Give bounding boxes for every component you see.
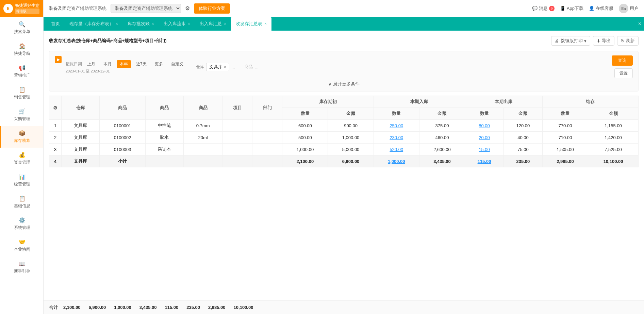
close-all-tabs-button[interactable]: × (638, 21, 641, 27)
expand-more-button[interactable]: ∨ 展开更多条件 (55, 81, 633, 87)
row1-out-amt: 120.00 (503, 120, 542, 132)
date-btn-7days[interactable]: 近7天 (133, 60, 150, 68)
sidebar-item-label-search: 搜索菜单 (14, 29, 30, 35)
app-download-button[interactable]: 📱 App下载 (560, 5, 583, 12)
sidebar-item-quick-nav[interactable]: 🏠 快捷导航 (0, 39, 43, 61)
system-selector[interactable]: 装备及固定资产辅助管理系统 (111, 4, 181, 13)
date-btn-last-month[interactable]: 上月 (84, 60, 98, 68)
row2-project (222, 132, 252, 144)
warehouse-tag-close[interactable]: × (224, 64, 227, 69)
table-row: 2 文具库 0100002 胶水 20ml 500.00 1,000.00 23… (49, 132, 639, 144)
sidebar-item-search[interactable]: 🔍 搜索菜单 (0, 17, 43, 39)
sidebar-item-label-enterprise: 企业协同 (14, 247, 30, 252)
row3-in-qty[interactable]: 520.00 (374, 144, 419, 155)
date-btn-this-month[interactable]: 本月 (100, 60, 115, 68)
user-button[interactable]: Ea 用户 (619, 4, 639, 13)
logo-text: 畅捷通好生意 (15, 3, 39, 9)
trial-button[interactable]: 体验行业方案 (194, 3, 230, 14)
row3-out-qty[interactable]: 15.00 (465, 144, 504, 155)
sales-icon: 📋 (19, 86, 26, 93)
date-range-display: 2023-01-01 至 2023-12-31 (66, 69, 186, 74)
sidebar-item-label-guide: 新手引导 (14, 268, 30, 274)
warehouse-filter-ellipsis[interactable]: ... (231, 64, 235, 69)
goods-filter-ellipsis[interactable]: ... (255, 64, 259, 69)
settings-col-header: ⚙ (49, 96, 62, 120)
row1-dept (252, 120, 282, 132)
row1-goods-spec: 0.7mm (184, 120, 222, 132)
row2-out-qty[interactable]: 20.00 (465, 132, 504, 144)
topbar-right: 💬 消息 6 📱 App下载 👤 在线客服 Ea 用户 (532, 4, 639, 13)
setting-button[interactable]: 设置 (614, 68, 633, 78)
subtotal-empty2 (184, 155, 222, 167)
sidebar-item-purchase[interactable]: 🛒 采购管理 (0, 104, 43, 126)
query-button[interactable]: 查询 (612, 55, 633, 66)
tab-home[interactable]: 首页 (46, 17, 65, 31)
subtotal-out-qty-link[interactable]: 115.00 (478, 159, 491, 164)
row1-out-qty[interactable]: 80.00 (465, 120, 504, 132)
row2-out-qty-link[interactable]: 20.00 (479, 135, 490, 140)
row2-bal-amt: 1,420.00 (588, 132, 639, 144)
th-in-group: 本期入库 (374, 96, 465, 108)
sidebar-item-finance[interactable]: 💰 资金管理 (0, 148, 43, 169)
th-project: 项目 (222, 96, 252, 120)
guide-icon: 📖 (19, 261, 26, 267)
logo-icon: 6 (3, 4, 13, 13)
sidebar-item-marketing[interactable]: 📢 营销推广 (0, 61, 43, 82)
export-button[interactable]: ⬇ 导出 (593, 36, 614, 46)
sidebar-item-enterprise[interactable]: 🤝 企业协同 (0, 235, 43, 257)
row3-out-qty-link[interactable]: 15.00 (479, 147, 490, 152)
tab-flow-close[interactable]: × (188, 21, 190, 26)
date-btn-custom[interactable]: 自定义 (168, 60, 186, 68)
th-dept: 部门 (252, 96, 282, 120)
subtotal-empty1 (145, 155, 183, 167)
total-values: 2,100.00 6,900.00 1,000.00 3,435.00 115.… (63, 305, 639, 310)
tab-batch[interactable]: 库存批次账 × (123, 17, 159, 31)
message-button[interactable]: 💬 消息 6 (532, 5, 555, 12)
tab-summary-in-out-close[interactable]: × (224, 21, 226, 26)
sidebar-item-operations[interactable]: 📊 经营管理 (0, 169, 43, 191)
tab-summary-in-out-label: 出入库汇总 (200, 21, 222, 27)
refresh-button[interactable]: ↻ 刷新 (617, 36, 639, 46)
subtotal-in-qty-link[interactable]: 1,000.00 (388, 159, 405, 164)
row2-warehouse: 文具库 (62, 132, 100, 144)
filter-toggle-arrow[interactable]: ▶ (55, 56, 62, 63)
column-settings-icon[interactable]: ⚙ (53, 105, 57, 111)
sidebar-item-inventory[interactable]: 📦 库存核算 (0, 126, 43, 148)
tab-flow[interactable]: 出入库流水 × (159, 17, 195, 31)
subtotal-in-qty[interactable]: 1,000.00 (374, 155, 419, 167)
tab-inventory-dist-label: 现存量（库存分布表） (69, 21, 114, 27)
row1-out-qty-link[interactable]: 80.00 (479, 123, 490, 128)
tab-batch-close[interactable]: × (152, 21, 154, 26)
row1-bal-qty: 770.00 (542, 120, 588, 132)
sidebar-item-label-purchase: 采购管理 (14, 116, 30, 122)
sidebar: 6 畅捷通好生意 标准版 🔍 搜索菜单 🏠 快捷导航 📢 营销推广 📋 销售管理… (0, 0, 44, 314)
tab-inventory-dist-close[interactable]: × (116, 21, 118, 26)
sidebar-item-guide[interactable]: 📖 新手引导 (0, 257, 43, 278)
tab-receipt-summary[interactable]: 收发存汇总表 × (231, 17, 271, 31)
row1-in-qty[interactable]: 250.00 (374, 120, 419, 132)
sidebar-item-basic[interactable]: 📋 基础信息 (0, 191, 43, 213)
row2-in-qty[interactable]: 230.00 (374, 132, 419, 144)
sidebar-item-sales[interactable]: 📋 销售管理 (0, 82, 43, 104)
tab-home-label: 首页 (51, 21, 60, 27)
subtotal-out-qty[interactable]: 115.00 (465, 155, 504, 167)
sidebar-menu: 🔍 搜索菜单 🏠 快捷导航 📢 营销推广 📋 销售管理 🛒 采购管理 📦 库存核… (0, 17, 43, 314)
row2-no: 2 (49, 132, 62, 144)
tab-inventory-dist[interactable]: 现存量（库存分布表） × (65, 17, 123, 31)
row3-no: 3 (49, 144, 62, 155)
print-button[interactable]: 🖨 拨镇版打印 ▾ (551, 36, 590, 46)
row3-in-qty-link[interactable]: 520.00 (390, 147, 403, 152)
gear-icon[interactable]: ⚙ (185, 5, 190, 12)
tab-summary-in-out[interactable]: 出入库汇总 × (195, 17, 231, 31)
row2-in-qty-link[interactable]: 230.00 (390, 135, 403, 140)
sidebar-item-system[interactable]: ⚙️ 系统管理 (0, 213, 43, 235)
date-btn-more[interactable]: 更多 (152, 60, 166, 68)
row1-in-qty-link[interactable]: 250.00 (390, 123, 403, 128)
operations-icon: 📊 (19, 173, 26, 180)
tab-flow-label: 出入库流水 (164, 21, 186, 27)
tab-batch-label: 库存批次账 (128, 21, 150, 27)
tab-receipt-summary-close[interactable]: × (264, 21, 267, 26)
online-service-button[interactable]: 👤 在线客服 (589, 5, 613, 12)
date-btn-this-year[interactable]: 本年 (117, 60, 131, 68)
th-in-amt: 金额 (419, 108, 465, 120)
